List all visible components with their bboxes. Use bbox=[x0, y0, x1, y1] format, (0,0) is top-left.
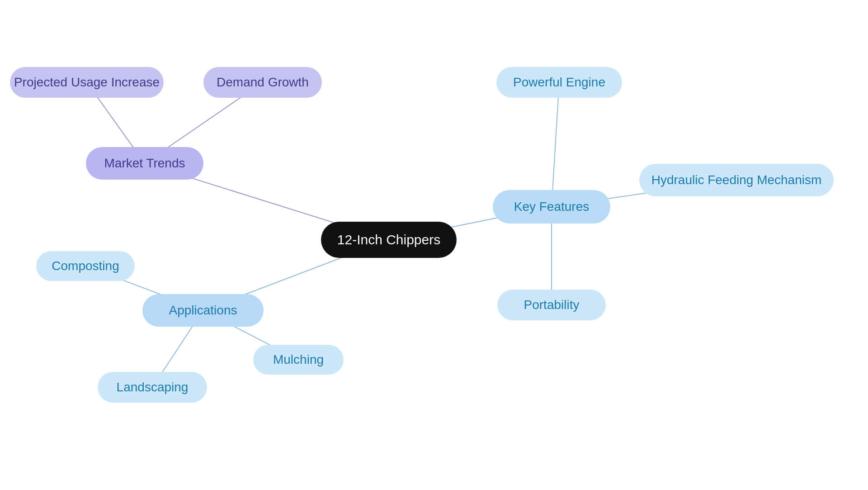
center-node: 12-Inch Chippers bbox=[321, 222, 457, 258]
powerful-engine-label: Powerful Engine bbox=[513, 75, 605, 90]
composting-node: Composting bbox=[36, 251, 135, 281]
portability-node: Portability bbox=[497, 290, 606, 320]
powerful-engine-node: Powerful Engine bbox=[496, 67, 622, 98]
applications-node: Applications bbox=[142, 294, 264, 327]
demand-growth-label: Demand Growth bbox=[217, 75, 309, 90]
market-trends-label: Market Trends bbox=[104, 156, 185, 171]
hydraulic-feeding-node: Hydraulic Feeding Mechanism bbox=[639, 164, 834, 196]
demand-growth-node: Demand Growth bbox=[203, 67, 322, 98]
applications-label: Applications bbox=[169, 303, 237, 318]
mulching-label: Mulching bbox=[273, 352, 324, 367]
hydraulic-feeding-label: Hydraulic Feeding Mechanism bbox=[651, 173, 822, 187]
key-features-node: Key Features bbox=[493, 190, 610, 224]
mindmap-canvas: 12-Inch Chippers Market Trends Projected… bbox=[0, 0, 868, 490]
projected-usage-label: Projected Usage Increase bbox=[14, 75, 160, 90]
key-features-label: Key Features bbox=[514, 200, 590, 214]
market-trends-node: Market Trends bbox=[86, 147, 203, 180]
landscaping-label: Landscaping bbox=[117, 380, 189, 395]
portability-label: Portability bbox=[524, 298, 580, 312]
mulching-node: Mulching bbox=[253, 345, 344, 375]
projected-usage-node: Projected Usage Increase bbox=[10, 67, 164, 98]
center-label: 12-Inch Chippers bbox=[337, 232, 440, 247]
composting-label: Composting bbox=[52, 259, 119, 273]
svg-line-8 bbox=[552, 82, 559, 207]
landscaping-node: Landscaping bbox=[98, 372, 207, 403]
